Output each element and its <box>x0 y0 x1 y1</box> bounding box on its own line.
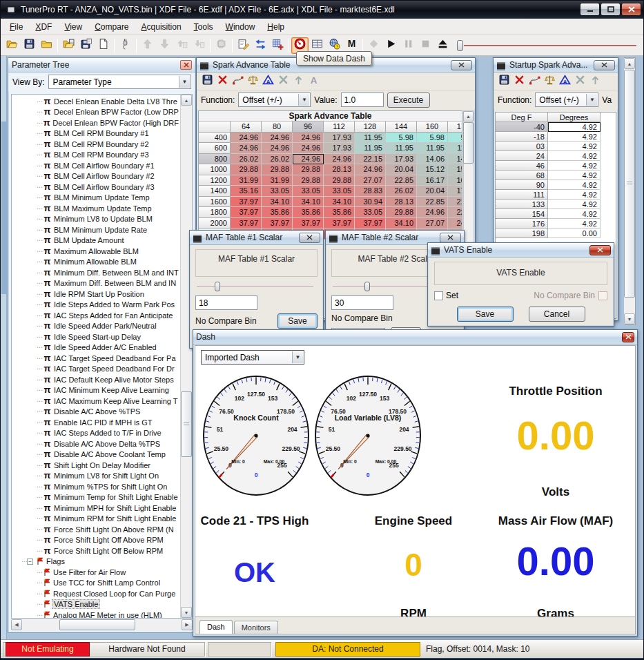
row-header[interactable]: 1000 <box>199 164 231 175</box>
table-cell[interactable]: 29.88 <box>293 164 324 175</box>
move-down-button[interactable] <box>156 37 173 54</box>
tree-item[interactable]: ⋯πMinimum Diff. Between BLM and INT <box>12 267 180 278</box>
tree-item[interactable]: ⋯−Flags <box>12 556 180 567</box>
tree-item[interactable]: ⋯πBLM Minimum Update Rate <box>12 224 180 235</box>
col-header[interactable]: 144 <box>386 122 417 133</box>
table-cell[interactable]: 24.96 <box>293 133 324 144</box>
tree-item[interactable]: ⋯πBLM Cell Airflow Boundary #2 <box>12 171 180 182</box>
tree-item[interactable]: ⋯πIAC Default Keep Alive Motor Steps <box>12 374 180 385</box>
tree-item[interactable]: ⋯πIAC Minimum Keep Alive Learning <box>12 385 180 396</box>
compare-scales-button[interactable] <box>245 74 260 89</box>
table-cell[interactable]: 0.00 <box>548 229 601 238</box>
vats-save-button[interactable]: Save <box>457 307 514 322</box>
tree-item[interactable]: ⋯πMinimum Allowable BLM <box>12 257 180 268</box>
tree-item[interactable]: ⋯πDisable A/C Above Coolant Temp <box>12 449 180 460</box>
tree-item[interactable]: ⋯πEnable IAC PID if MPH is GT <box>12 417 180 428</box>
scroll-down-icon[interactable]: ▼ <box>624 313 635 324</box>
row-header[interactable]: 1400 <box>199 186 231 197</box>
row-header[interactable]: 03 <box>496 142 548 151</box>
set-checkbox[interactable] <box>434 291 443 300</box>
table-cell[interactable]: 27.07 <box>355 175 386 186</box>
play-button[interactable] <box>382 37 400 54</box>
table-cell[interactable]: 16.17 <box>448 175 462 186</box>
table-cell[interactable]: 33.05 <box>293 186 324 197</box>
table-cell[interactable]: 11.95 <box>386 143 417 154</box>
maf1-value-input[interactable]: 18 <box>195 295 257 310</box>
close-button[interactable] <box>621 3 641 16</box>
tree-item[interactable]: ⋯πDisable A/C Above %TPS <box>12 407 180 418</box>
table-cell[interactable]: 31.99 <box>231 175 262 186</box>
tree-item[interactable]: ⋯πIAC Target Speed Deadband For Dr <box>12 364 180 375</box>
table-cell[interactable]: 34.10 <box>293 197 324 208</box>
table-cell[interactable]: 4.92 <box>548 132 601 142</box>
function-select[interactable]: Offset (+/-) ▼ <box>238 93 311 107</box>
row-header[interactable]: 1800 <box>199 207 231 218</box>
maximize-button[interactable] <box>601 3 621 16</box>
tree-item[interactable]: ⋯πMinimum LV8 to Update BLM <box>12 214 180 225</box>
tree-item[interactable]: ⋯πBLM Update Amount <box>12 235 180 246</box>
tree-item[interactable]: ⋯πIdle RPM Start Up Position <box>12 289 180 300</box>
open-bin-button[interactable] <box>3 37 21 54</box>
row-header[interactable]: 800 <box>199 154 231 165</box>
table-cell[interactable]: 4.92 <box>548 122 601 132</box>
label-button[interactable]: A <box>306 74 321 89</box>
tree-item[interactable]: ⋯πIdle Steps Added to Warm Park Pos <box>12 300 180 311</box>
tree-item[interactable]: ⋯πMinimum Temp for Shift Light Enable <box>12 492 180 503</box>
maf2-value-input[interactable]: 30 <box>331 295 393 310</box>
compare-checkbox[interactable] <box>598 291 607 300</box>
table-cell[interactable]: 29.88 <box>231 164 262 175</box>
table-cell[interactable]: 4.92 <box>548 209 601 219</box>
emulation-probe-button[interactable] <box>117 37 134 54</box>
col-header[interactable]: 128 <box>355 122 386 133</box>
clear-button[interactable] <box>572 74 587 89</box>
col-header[interactable]: 80 <box>262 122 293 133</box>
tree-item[interactable]: ⋯πBLM Cell Airflow Boundary #1 <box>12 160 180 171</box>
table-cell[interactable]: 35.86 <box>324 207 355 218</box>
row-header[interactable]: 111 <box>496 190 548 200</box>
delta-view-button[interactable]: A <box>260 74 275 89</box>
parameter-tree-close-button[interactable] <box>180 60 192 70</box>
value-input[interactable]: 1.0 <box>341 93 384 107</box>
row-header[interactable]: 46 <box>496 161 548 171</box>
table-cell[interactable]: 20.04 <box>386 164 417 175</box>
table-cell[interactable]: 34.10 <box>386 218 417 229</box>
open-xdf-button[interactable] <box>60 37 77 54</box>
tree-item[interactable]: ⋯πIAC Steps Added for Fan Anticipate <box>12 310 180 321</box>
vats-close-button[interactable] <box>589 245 611 255</box>
tree-item[interactable]: ⋯Use TCC for Shift Lamp Control <box>12 578 180 589</box>
table-cell[interactable]: 5.98 <box>417 133 448 144</box>
table-cell[interactable]: 4.92 <box>548 161 601 171</box>
tree-item[interactable]: ⋯πBLM Cell RPM Boundary #3 <box>12 150 180 161</box>
row-header[interactable]: 154 <box>496 209 548 219</box>
move-up-button[interactable] <box>139 37 156 54</box>
new-xdf-button[interactable] <box>95 37 112 54</box>
tree-item[interactable]: ⋯πForce Shift Light On Above RPM (N <box>12 524 180 535</box>
col-header[interactable]: Deg F <box>496 113 548 122</box>
table-cell[interactable]: 33.05 <box>355 207 386 218</box>
function-select[interactable]: Offset (+/-) ▼ <box>535 93 598 107</box>
table-cell[interactable]: 4.92 <box>548 171 601 180</box>
tree-item[interactable]: ⋯πBLM Cell Airflow Boundary #3 <box>12 182 180 193</box>
row-header[interactable]: -18 <box>496 132 548 142</box>
table-cell[interactable]: 29.88 <box>262 164 293 175</box>
row-header[interactable]: 198 <box>496 229 548 238</box>
table-cell[interactable]: 4.92 <box>548 190 601 200</box>
table-cell[interactable]: 16.17 <box>417 175 448 186</box>
emulation-slider[interactable] <box>456 37 638 54</box>
table-cell[interactable]: 17.93 <box>448 186 462 197</box>
table-cell[interactable]: 15.12 <box>448 164 462 175</box>
upload-emulator-button[interactable] <box>173 37 191 54</box>
table-cell[interactable]: 24.96 <box>448 218 462 229</box>
pause-button[interactable] <box>400 37 417 54</box>
table-cell[interactable]: 29.88 <box>293 175 324 186</box>
close-bin-button[interactable] <box>38 37 55 54</box>
menu-window[interactable]: Window <box>219 20 262 34</box>
view-graph-button[interactable] <box>527 74 542 89</box>
scroll-left-icon[interactable]: ◀ <box>11 619 22 630</box>
row-header[interactable]: 24 <box>496 151 548 161</box>
item-properties-button[interactable] <box>235 37 252 54</box>
tree-item[interactable]: ⋯πIdle Speed Adder Park/Neutral <box>12 321 180 332</box>
tree-item[interactable]: ⋯πIdle Speed Adder A/C Enabled <box>12 342 180 353</box>
execute-button[interactable]: Execute <box>387 93 430 108</box>
clear-button[interactable] <box>275 74 291 89</box>
